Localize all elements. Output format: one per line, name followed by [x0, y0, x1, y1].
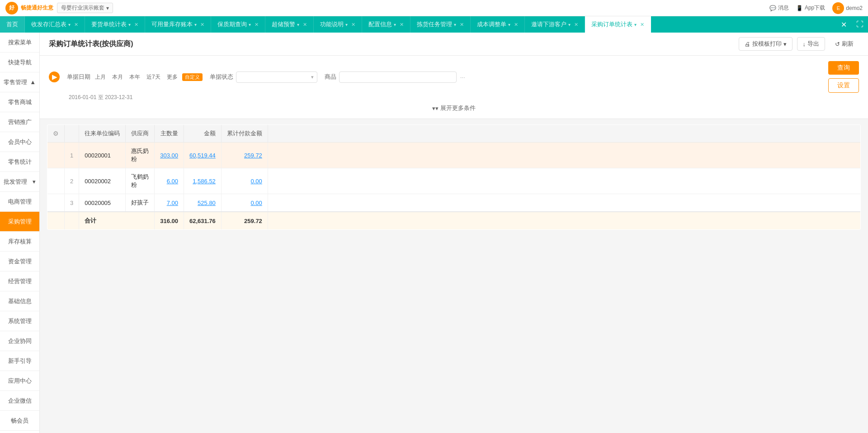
tab-yaoqing[interactable]: 邀请下游客户 ▾ ✕	[525, 16, 585, 33]
date-range-text: 2016-01-01 至 2023-12-31	[69, 94, 132, 100]
sidebar-item-inventory[interactable]: 库存核算	[0, 232, 39, 252]
filter-status-label: 单据状态	[210, 73, 233, 81]
status-select-wrapper: ▾	[236, 71, 317, 83]
status-select[interactable]	[236, 71, 317, 83]
sidebar-item-quicknav[interactable]: 快捷导航	[0, 52, 39, 72]
amount-link[interactable]: 60,519.44	[189, 152, 216, 159]
tab-close-icon2[interactable]: ✕	[134, 22, 138, 28]
refresh-button[interactable]: ↺ 刷新	[830, 38, 859, 50]
quantity-link[interactable]: 6.00	[167, 178, 178, 185]
amount-link[interactable]: 525.80	[198, 200, 216, 206]
date-shortcut-more[interactable]: 更多	[165, 72, 179, 82]
sidebar-item-purchase[interactable]: 采购管理	[0, 212, 39, 232]
tab-baozhi-label: 保质期查询	[217, 20, 247, 29]
table-header-row: ⚙ 往来单位编码 供应商 主数量 金额 累计付款金额	[47, 125, 861, 143]
cell-paid: 259.72	[221, 143, 268, 168]
tab-chaochuyujing[interactable]: 超储预警 ▾ ✕	[265, 16, 314, 33]
filter-goods-label: 商品	[325, 73, 336, 81]
paid-link[interactable]: 0.00	[251, 200, 262, 206]
main-content: 采购订单统计表(按供应商) 🖨 按模板打印 ▾ ↓ 导出 ↺ 刷新	[40, 33, 868, 433]
tab-close-icon11[interactable]: ✕	[640, 22, 644, 28]
filter-expand-row: ▾▾ 展开更多条件	[49, 101, 859, 113]
expand-more-button[interactable]: ▾▾ 展开更多条件	[432, 104, 476, 112]
paid-link[interactable]: 0.00	[251, 178, 262, 185]
sidebar-item-search[interactable]: 搜索菜单	[0, 33, 39, 52]
table-area: ⚙ 往来单位编码 供应商 主数量 金额 累计付款金额 1 00020001 惠氏…	[40, 119, 868, 433]
workspace-selector[interactable]: 母婴行业演示账套 ▾	[57, 3, 113, 13]
expand-more-label: 展开更多条件	[440, 104, 476, 112]
sidebar-item-wechat[interactable]: 企业微信	[0, 391, 39, 411]
tab-close-icon8[interactable]: ✕	[460, 22, 464, 28]
sidebar-item-newguide[interactable]: 新手引导	[0, 351, 39, 371]
sidebar-item-member2[interactable]: 畅会员	[0, 411, 39, 431]
goods-more-icon[interactable]: ···	[460, 74, 465, 81]
export-button[interactable]: ↓ 导出	[797, 37, 826, 51]
tab-arrow-icon11: ▾	[634, 22, 637, 27]
print-button[interactable]: 🖨 按模板打印 ▾	[739, 37, 793, 51]
quantity-link[interactable]: 7.00	[167, 200, 178, 206]
data-table: ⚙ 往来单位编码 供应商 主数量 金额 累计付款金额 1 00020001 惠氏…	[47, 124, 861, 230]
tab-chengben[interactable]: 成本调整单 ▾ ✕	[471, 16, 525, 33]
sidebar-item-basicinfo[interactable]: 基础信息	[0, 291, 39, 311]
settings-button[interactable]: 设置	[828, 78, 859, 93]
sidebar-item-member[interactable]: 会员中心	[0, 132, 39, 152]
tab-peizhi[interactable]: 配置信息 ▾ ✕	[362, 16, 410, 33]
tab-close-icon[interactable]: ✕	[74, 22, 78, 28]
sidebar-item-enterprise[interactable]: 企业协同	[0, 331, 39, 351]
amount-link[interactable]: 1,586.52	[193, 178, 216, 185]
tab-close-icon9[interactable]: ✕	[514, 22, 518, 28]
tab-home[interactable]: 首页	[0, 16, 25, 33]
cell-settings	[47, 168, 65, 194]
user-profile[interactable]: E demo2	[832, 2, 863, 14]
quantity-link[interactable]: 303.00	[160, 152, 178, 159]
tab-caigou-active[interactable]: 采购订单统计表 ▾ ✕	[585, 16, 651, 33]
maximize-tab-button[interactable]: ⛶	[852, 16, 868, 33]
cell-supplier: 飞鹤奶粉	[126, 168, 155, 194]
cell-settings	[47, 143, 65, 168]
tab-jianhuo[interactable]: 拣货任务管理 ▾ ✕	[410, 16, 471, 33]
sidebar-item-ecommerce[interactable]: 电商管理	[0, 192, 39, 212]
column-settings-icon[interactable]: ⚙	[53, 130, 59, 137]
goods-input[interactable]	[339, 71, 457, 83]
sidebar-item-retailshop[interactable]: 零售商城	[0, 92, 39, 112]
tab-shoufacun[interactable]: 收发存汇总表 ▾ ✕	[25, 16, 85, 33]
date-shortcut-thisyear[interactable]: 本年	[127, 72, 142, 82]
date-shortcut-lastmonth[interactable]: 上月	[93, 72, 108, 82]
tab-caigou-label: 采购订单统计表	[591, 20, 632, 29]
tab-gongneng[interactable]: 功能说明 ▾ ✕	[314, 16, 362, 33]
date-shortcut-thismonth[interactable]: 本月	[110, 72, 125, 82]
table-row: 2 00020002 飞鹤奶粉 6.00 1,586.52 0.00	[47, 168, 861, 194]
filter-expand-toggle[interactable]: ▶	[49, 71, 60, 82]
sidebar-item-finance[interactable]: 资金管理	[0, 252, 39, 271]
app-download-button[interactable]: 📱 App下载	[796, 4, 825, 12]
close-tab-button[interactable]: ✕	[835, 16, 852, 33]
tab-home-label: 首页	[6, 20, 18, 29]
sidebar-item-retail[interactable]: 零售管理 ▲	[0, 72, 39, 92]
tab-close-icon10[interactable]: ✕	[574, 22, 578, 28]
paid-link[interactable]: 259.72	[244, 152, 262, 159]
sidebar-item-marketing[interactable]: 营销推广	[0, 112, 39, 132]
date-custom-badge[interactable]: 自定义	[182, 73, 203, 81]
footer-empty1	[47, 212, 65, 230]
tab-yaohuo[interactable]: 要货单统计表 ▾ ✕	[85, 16, 145, 33]
tab-arrow-icon8: ▾	[454, 22, 456, 27]
sidebar-item-appcenter[interactable]: 应用中心	[0, 371, 39, 391]
tab-close-icon4[interactable]: ✕	[255, 22, 259, 28]
sidebar-item-wholesale[interactable]: 批发管理 ▾	[0, 172, 39, 192]
tab-close-icon5[interactable]: ✕	[303, 22, 307, 28]
tab-shoufacun-label: 收发存汇总表	[31, 20, 66, 29]
tab-baozhi[interactable]: 保质期查询 ▾ ✕	[211, 16, 265, 33]
tab-chengben-label: 成本调整单	[477, 20, 506, 29]
footer-amount: 62,631.76	[184, 212, 222, 230]
tab-close-icon7[interactable]: ✕	[400, 22, 404, 28]
message-button[interactable]: 💬 消息	[769, 4, 789, 12]
date-shortcut-7days[interactable]: 近7天	[145, 72, 162, 82]
tab-close-icon3[interactable]: ✕	[200, 22, 204, 28]
sidebar-item-retailstats[interactable]: 零售统计	[0, 152, 39, 172]
sidebar-item-system[interactable]: 系统管理	[0, 311, 39, 331]
sidebar-item-business[interactable]: 经营管理	[0, 271, 39, 291]
tab-kuyong[interactable]: 可用量库存账本 ▾ ✕	[145, 16, 211, 33]
app-download-icon: 📱	[796, 5, 803, 11]
query-button[interactable]: 查询	[828, 61, 859, 75]
tab-close-icon6[interactable]: ✕	[351, 22, 355, 28]
